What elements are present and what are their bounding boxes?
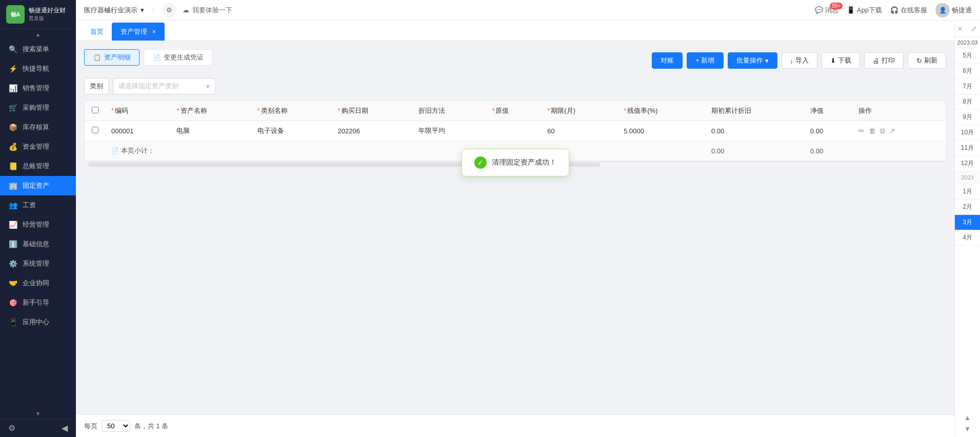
subtotal-net: 0.00	[804, 141, 853, 161]
month-item[interactable]: 1月	[955, 184, 980, 200]
sidebar-item-enterprise[interactable]: 🤝企业协同	[0, 273, 76, 293]
more-icon[interactable]: ↗	[889, 127, 895, 135]
company-dropdown-icon: ▾	[141, 6, 144, 14]
company-selector[interactable]: 医疗器械行业演示 ▾	[84, 6, 144, 15]
sidebar-item-sales[interactable]: 📊销售管理	[0, 78, 76, 98]
sidebar-scroll-up[interactable]: ▲	[0, 29, 76, 39]
month-item[interactable]: 3月	[955, 215, 980, 230]
sidebar-item-label-inventory: 库存核算	[23, 123, 49, 132]
right-panel-expand[interactable]: ⤢	[971, 25, 977, 33]
header-initial-accumulated: 期初累计折旧	[705, 101, 804, 121]
row-original-value	[486, 121, 541, 141]
right-panel-close[interactable]: ×	[958, 25, 962, 33]
quick-nav-icon: ⚡	[8, 64, 17, 73]
import-button[interactable]: ↓ 导入	[782, 52, 818, 69]
panel-down-arrow[interactable]: ▼	[964, 425, 971, 433]
category-label-text: 类别	[90, 82, 103, 91]
sidebar-item-operations[interactable]: 📈经营管理	[0, 215, 76, 234]
sidebar-item-search[interactable]: 🔍搜索菜单	[0, 39, 76, 59]
month-item[interactable]: 10月	[955, 125, 980, 141]
delete-icon[interactable]: 🗑	[869, 127, 876, 135]
user-button[interactable]: 👤 畅捷通	[935, 3, 972, 17]
messages-icon: 💬	[815, 6, 823, 14]
reconcile-button[interactable]: 对账	[652, 52, 683, 69]
batch-ops-label: 批量操作	[736, 56, 763, 65]
payroll-icon: 👥	[8, 201, 17, 210]
sidebar-item-fixed-assets[interactable]: 🏢固定资产	[0, 176, 76, 195]
copy-icon[interactable]: ⧉	[880, 127, 885, 135]
row-checkbox[interactable]	[92, 127, 98, 133]
sidebar-item-beginner[interactable]: 🎯新手引导	[0, 293, 76, 312]
sidebar-item-label-beginner: 新手引导	[23, 298, 49, 307]
topbar: 医疗器械行业演示 ▾ | ⚙ ☁ 我要体验一下 💬 消息 99+ 📱 App下载…	[76, 0, 980, 21]
header-code: *编码	[105, 101, 170, 121]
new-button[interactable]: + 新增	[687, 52, 723, 69]
online-service-label: 在线客服	[901, 6, 927, 15]
app-download-button[interactable]: 📱 App下载	[847, 6, 882, 15]
sidebar-item-label-operations: 经营管理	[23, 220, 49, 229]
settings-button[interactable]: ⚙	[162, 3, 176, 17]
sidebar-item-basic-info[interactable]: ℹ️基础信息	[0, 234, 76, 254]
enterprise-icon: 🤝	[8, 279, 17, 288]
header-depreciation-method: 折旧方法	[412, 101, 486, 121]
edit-icon[interactable]: ✏	[858, 127, 865, 135]
success-toast: ✓ 清理固定资产成功！	[462, 149, 569, 176]
month-item[interactable]: 11月	[955, 141, 980, 156]
user-name: 畅捷通	[952, 6, 972, 15]
month-item[interactable]: 5月	[955, 48, 980, 64]
download-label: 下载	[838, 56, 851, 65]
sidebar-item-label-capital: 资金管理	[23, 142, 49, 151]
sidebar-item-app-center[interactable]: 📱应用中心	[0, 312, 76, 332]
month-item[interactable]: 6月	[955, 64, 980, 79]
messages-button[interactable]: 💬 消息 99+	[815, 6, 838, 15]
sidebar-item-label-fixed-assets: 固定资产	[23, 181, 49, 190]
tab-home[interactable]: 首页	[84, 23, 110, 41]
select-all-checkbox[interactable]	[92, 107, 98, 113]
sidebar-bottom: ⚙ ◀	[0, 419, 76, 437]
sub-tabs-toolbar-row: 📋 资产明细 📄 变更生成凭证 对账 + 新增 批量操作 ▾	[84, 49, 946, 72]
sub-tab-asset-detail[interactable]: 📋 资产明细	[84, 49, 139, 66]
tab-close-icon[interactable]: ×	[152, 28, 156, 35]
month-item[interactable]: 4月	[955, 230, 980, 246]
row-name: 电脑	[170, 121, 251, 141]
per-page-select[interactable]: 50 100	[102, 420, 130, 432]
change-voucher-icon: 📄	[152, 53, 161, 62]
settings-icon[interactable]: ⚙	[8, 423, 15, 433]
filter-bar: 类别 请选择固定资产类别 ▾	[84, 78, 946, 94]
sidebar-item-purchase[interactable]: 🛒采购管理	[0, 98, 76, 117]
category-input[interactable]: 请选择固定资产类别 ▾	[113, 78, 215, 94]
tab-asset-mgmt-label: 资产管理	[121, 28, 147, 35]
panel-up-arrow[interactable]: ▲	[964, 413, 971, 422]
toast-message: 清理固定资产成功！	[492, 158, 556, 167]
topbar-divider: |	[152, 6, 154, 14]
experience-label: 我要体验一下	[192, 6, 232, 15]
refresh-button[interactable]: ↻ 刷新	[908, 52, 946, 69]
online-service-button[interactable]: 🎧 在线客服	[890, 6, 927, 15]
sidebar-item-payroll[interactable]: 👥工资	[0, 195, 76, 215]
month-item[interactable]: 7月	[955, 79, 980, 94]
sidebar-item-ledger[interactable]: 📒总账管理	[0, 156, 76, 176]
collapse-icon[interactable]: ◀	[62, 423, 68, 433]
sidebar-scroll-down[interactable]: ▼	[0, 408, 76, 419]
experience-button[interactable]: ☁ 我要体验一下	[183, 6, 232, 15]
sidebar-item-capital[interactable]: 💰资金管理	[0, 137, 76, 156]
table-row: 000001 电脑 电子设备 202206 年限平均 60 5.0000 0.0…	[85, 121, 946, 141]
sidebar-item-inventory[interactable]: 📦库存核算	[0, 117, 76, 137]
print-button[interactable]: 🖨 打印	[864, 52, 904, 69]
month-item[interactable]: 12月	[955, 156, 980, 171]
month-item[interactable]: 8月	[955, 94, 980, 110]
sidebar-item-label-system: 系统管理	[23, 259, 49, 268]
sidebar-item-system[interactable]: ⚙️系统管理	[0, 254, 76, 273]
month-item[interactable]: 9月	[955, 110, 980, 125]
month-item[interactable]: 2月	[955, 200, 980, 215]
sidebar-item-quick-nav[interactable]: ⚡快捷导航	[0, 59, 76, 78]
batch-ops-button[interactable]: 批量操作 ▾	[728, 52, 777, 69]
right-panel-year-label: 2023.03	[957, 37, 978, 48]
fixed-assets-icon: 🏢	[8, 181, 17, 190]
user-avatar: 👤	[935, 3, 950, 17]
subtotal-initial: 0.00	[705, 141, 804, 161]
sub-tab-change-voucher[interactable]: 📄 变更生成凭证	[144, 49, 212, 66]
download-button[interactable]: ⬇ 下载	[822, 52, 860, 69]
tab-asset-mgmt[interactable]: 资产管理 ×	[112, 23, 165, 41]
import-icon: ↓	[790, 57, 794, 65]
